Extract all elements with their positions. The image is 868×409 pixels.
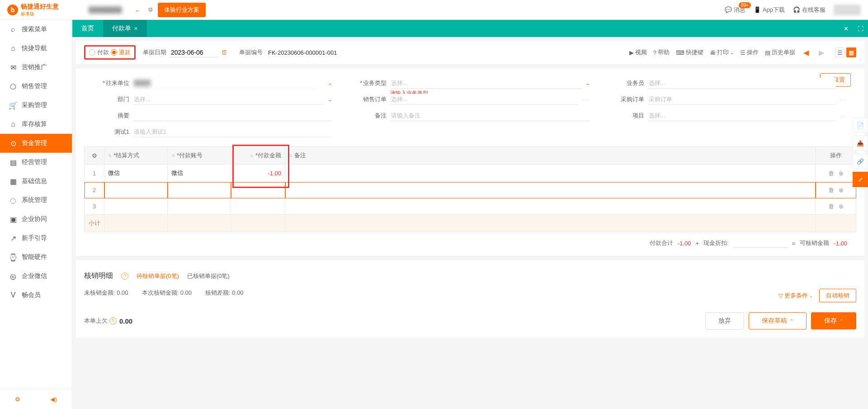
sidebar-item-5[interactable]: ⌂库存核算 (0, 115, 72, 134)
sidebar-item-1[interactable]: ⌂快捷导航 (0, 39, 72, 58)
cell-settle[interactable]: 微信 (104, 165, 168, 182)
rail-expand-icon[interactable]: ⤢ (853, 172, 868, 187)
cell-settle[interactable] (104, 198, 168, 215)
delete-row-icon[interactable]: 🗑 (828, 170, 834, 177)
summary-input[interactable] (133, 110, 332, 121)
calendar-icon[interactable]: 🗓 (222, 49, 227, 56)
cell-account[interactable]: 微信 (168, 165, 231, 182)
doc-date-input[interactable] (169, 48, 219, 57)
operate-link[interactable]: ☰操作 (740, 48, 759, 56)
sidebar-settings-icon[interactable]: ⚙ (15, 396, 20, 403)
more-icon[interactable]: ··· (840, 113, 847, 119)
save-button[interactable]: 保存⌃ (811, 312, 856, 329)
next-doc-button[interactable]: ▶ (817, 48, 826, 57)
tab-done-writeoff[interactable]: 已核销单据(0笔) (187, 272, 230, 280)
rail-draft-icon[interactable]: 📄 (853, 118, 868, 133)
radio-refund[interactable]: 退款 (111, 48, 131, 56)
cell-remark[interactable] (285, 198, 816, 215)
view-list-button[interactable]: ☰ (835, 47, 845, 57)
delete-row-icon[interactable]: 🗑 (828, 187, 834, 193)
cash-discount-input[interactable] (733, 239, 788, 248)
sidebar-item-0[interactable]: ⌕搜索菜单 (0, 20, 72, 39)
salesperson-input[interactable] (648, 78, 836, 89)
purchase-order-input[interactable] (648, 94, 836, 105)
sidebar-collapse-icon[interactable]: ◀) (50, 396, 57, 403)
th-settle[interactable]: ⇅*结算方式 (104, 147, 168, 165)
sidebar-item-11[interactable]: ↗新手引导 (0, 229, 72, 248)
add-row-icon[interactable]: ⊕ (839, 187, 844, 193)
sale-order-input[interactable] (390, 94, 578, 105)
prev-doc-button[interactable]: ◀ (802, 48, 811, 57)
sidebar-item-13[interactable]: ◎企业微信 (0, 267, 72, 286)
cell-amount[interactable] (231, 182, 285, 198)
video-link[interactable]: ▶视频 (629, 48, 647, 56)
more-icon[interactable]: ··· (840, 80, 847, 87)
history-link[interactable]: ▤历史单据 (765, 48, 795, 56)
sidebar-item-7[interactable]: ▤经营管理 (0, 153, 72, 172)
test1-input[interactable] (133, 127, 332, 137)
more-icon[interactable]: ··· (840, 96, 847, 103)
auto-writeoff-button[interactable]: 自动核销 (819, 289, 856, 302)
trial-plan-button[interactable]: 体验行业方案 (158, 3, 206, 17)
remark-input[interactable] (390, 110, 590, 121)
app-download-link[interactable]: 📱 App下载 (754, 6, 785, 14)
cell-settle[interactable] (104, 182, 168, 198)
add-row-icon[interactable]: ⊕ (839, 203, 844, 210)
save-draft-button[interactable]: 保存草稿⌃ (749, 312, 807, 329)
messages-link[interactable]: 💬 消息 99+ (725, 6, 745, 14)
tab-fullscreen-icon[interactable]: ⛶ (853, 25, 868, 32)
project-input[interactable] (648, 110, 836, 121)
cell-amount[interactable] (231, 198, 285, 215)
radio-pay[interactable]: 付款 (89, 48, 109, 56)
chevron-down-icon[interactable]: ⌄ (328, 80, 332, 86)
info-icon[interactable]: ? (121, 273, 128, 280)
sidebar-item-4[interactable]: 🛒采购管理 (0, 96, 72, 115)
th-amount[interactable]: ⇅*付款金额 (231, 147, 285, 165)
delete-row-icon[interactable]: 🗑 (828, 203, 834, 210)
sidebar-item-12[interactable]: ⌚智能硬件 (0, 248, 72, 267)
sidebar-item-8[interactable]: ▦基础信息 (0, 172, 72, 191)
tab-1[interactable]: 付款单✕ (103, 20, 147, 37)
unit-input[interactable] (133, 78, 324, 89)
table-row[interactable]: 2🗑⊕ (85, 182, 856, 198)
view-card-button[interactable]: ▦ (846, 47, 856, 57)
online-service-link[interactable]: 🎧 在线客服 (793, 6, 826, 14)
cell-remark[interactable] (285, 182, 816, 198)
chevron-down-icon[interactable]: ⌄ (328, 96, 332, 103)
info-icon[interactable]: ? (109, 317, 117, 324)
print-link[interactable]: 🖶打印⌄ (710, 48, 734, 56)
settings-gear-icon[interactable]: ⚙ (148, 6, 153, 13)
more-conditions-link[interactable]: ▽更多条件⌄ (778, 291, 813, 300)
more-icon[interactable]: ··· (582, 96, 590, 103)
sidebar-item-2[interactable]: ✉营销推广 (0, 58, 72, 77)
th-account[interactable]: ⇅*付款账号 (168, 147, 231, 165)
dept-input[interactable] (133, 94, 324, 105)
discard-button[interactable]: 放弃 (705, 312, 744, 329)
org-dropdown-caret[interactable]: ⌄ (135, 6, 140, 13)
cell-remark[interactable] (285, 165, 816, 182)
tab-close-all-icon[interactable]: ✕ (839, 25, 853, 32)
rail-inbox-icon[interactable]: 📥 (853, 136, 868, 151)
tab-close-icon[interactable]: ✕ (134, 26, 138, 32)
th-remark[interactable]: ⇅备注 (285, 147, 816, 165)
cell-amount[interactable]: -1.00 (231, 165, 285, 182)
sidebar-item-10[interactable]: ▣企业协同 (0, 210, 72, 229)
cell-account[interactable] (168, 198, 231, 215)
chevron-down-icon[interactable]: ⌄ (585, 80, 590, 86)
add-row-icon[interactable]: ⊕ (839, 170, 844, 177)
shortcut-link[interactable]: ⌨快捷键 (676, 48, 703, 56)
table-row[interactable]: 3🗑⊕ (85, 198, 856, 215)
sidebar-item-14[interactable]: V畅会员 (0, 286, 72, 305)
table-row[interactable]: 1微信微信-1.00🗑⊕ (85, 165, 856, 182)
cell-account[interactable] (168, 182, 231, 198)
sidebar-item-3[interactable]: ⬡销售管理 (0, 77, 72, 96)
tab-pending-writeoff[interactable]: 待核销单据(0笔) (137, 272, 179, 280)
biz-type-input[interactable] (390, 78, 581, 89)
th-gear[interactable]: ⚙ (85, 147, 104, 165)
sidebar-item-9[interactable]: ◌系统管理 (0, 191, 72, 210)
user-avatar-blurred[interactable] (834, 5, 861, 15)
help-link[interactable]: ?帮助 (653, 48, 670, 56)
tab-0[interactable]: 首页 (72, 20, 103, 37)
sidebar-item-6[interactable]: ⊙资金管理 (0, 134, 72, 153)
rail-attach-icon[interactable]: 🔗 (853, 154, 868, 169)
